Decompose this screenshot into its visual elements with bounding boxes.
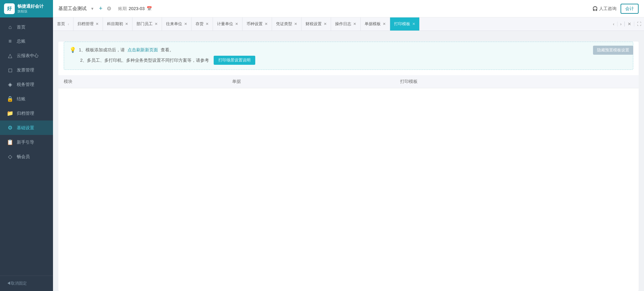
topbar-right: 🎧 人工咨询 会计 [592, 4, 639, 14]
tab-units-label: 计量单位 [217, 21, 233, 27]
invoice-icon: ◻ [7, 67, 13, 73]
reports-icon: △ [7, 52, 13, 59]
sidebar-item-home-label: 首页 [17, 24, 25, 30]
sidebar-item-settings-label: 基础设置 [17, 125, 34, 131]
tab-close-all-button[interactable]: ✕ [625, 21, 634, 27]
support-button[interactable]: 🎧 人工咨询 [592, 6, 616, 12]
tab-units-close-icon[interactable]: ✕ [235, 22, 238, 26]
info-line1-suffix: 查看。 [161, 47, 174, 53]
tab-department-label: 部门员工 [137, 21, 153, 27]
tax-icon: ◈ [7, 81, 13, 88]
tab-oplog-close-icon[interactable]: ✕ [353, 22, 356, 26]
sidebar-item-home[interactable]: ⌂ 首页 [0, 20, 53, 34]
tab-currency[interactable]: 币种设置 ✕ [243, 17, 272, 31]
col-template: 打印模板 [395, 75, 639, 88]
tab-print-template-label: 打印模板 [394, 21, 410, 27]
tabs-nav-controls: ‹ › ✕ ⛶ [610, 21, 644, 27]
tab-voucher[interactable]: 凭证类型 ✕ [272, 17, 302, 31]
sidebar-item-archive-label: 归档管理 [17, 110, 34, 116]
period-label: 账期 [118, 6, 127, 12]
hide-template-button[interactable]: 隐藏预置模板设置 [593, 46, 633, 55]
info-row-1: 💡 1、模板添加成功后，请 点击刷新新页面 查看。 [69, 47, 628, 53]
tab-oplog[interactable]: 操作日志 ✕ [331, 17, 361, 31]
main-area: 基层工会测试 ▾ + ⚙ 账期 2023-03 📅 🎧 人工咨询 会计 首页 ‹… [53, 0, 644, 291]
sidebar-item-archive[interactable]: 📁 归档管理 [0, 106, 53, 120]
app-logo: 好 畅捷通好会计 旗舰版 [0, 0, 53, 17]
tab-inventory[interactable]: 存货 ✕ [192, 17, 213, 31]
tab-currency-label: 币种设置 [247, 21, 263, 27]
sidebar-item-tax[interactable]: ◈ 税务管理 [0, 77, 53, 92]
support-label: 人工咨询 [599, 6, 616, 12]
tab-subjects-close-icon[interactable]: ✕ [125, 22, 128, 26]
tab-voucher-template-close-icon[interactable]: ✕ [383, 22, 386, 26]
tab-next-button[interactable]: › [618, 21, 625, 27]
period-value: 2023-03 [129, 6, 145, 11]
tab-units[interactable]: 计量单位 ✕ [213, 17, 243, 31]
tab-voucher-close-icon[interactable]: ✕ [294, 22, 297, 26]
sidebar-item-settings[interactable]: ⚙ 基础设置 [0, 120, 53, 135]
topbar: 基层工会测试 ▾ + ⚙ 账期 2023-03 📅 🎧 人工咨询 会计 [53, 0, 644, 17]
sidebar-item-reports-label: 云报表中心 [17, 53, 39, 59]
account-button[interactable]: 会计 [621, 4, 639, 14]
logo-icon: 好 [4, 3, 15, 14]
sidebar-nav: ⌂ 首页 ≡ 总账 △ 云报表中心 ◻ 发票管理 ◈ 税务管理 🔒 结账 📁 归… [0, 17, 53, 276]
add-tab-icon[interactable]: + [99, 5, 103, 12]
tab-print-template-close-icon[interactable]: ✕ [412, 22, 415, 26]
tab-expand-button[interactable]: ⛶ [634, 21, 644, 27]
tab-archive[interactable]: 归档管理 ✕ [73, 17, 103, 31]
table-header-row: 模块 单据 打印模板 [58, 75, 639, 88]
tab-inventory-close-icon[interactable]: ✕ [206, 22, 209, 26]
sidebar-item-reports[interactable]: △ 云报表中心 [0, 48, 53, 63]
bulb-icon: 💡 [69, 47, 76, 53]
sidebar-item-ledger[interactable]: ≡ 总账 [0, 34, 53, 48]
sidebar-item-invoice-label: 发票管理 [17, 67, 34, 73]
settings-gear-icon[interactable]: ⚙ [107, 5, 111, 12]
tab-taxsettings-close-icon[interactable]: ✕ [324, 22, 327, 26]
company-name: 基层工会测试 [58, 6, 87, 12]
tab-voucher-template[interactable]: 单据模板 ✕ [361, 17, 390, 31]
tab-taxsettings[interactable]: 财税设置 ✕ [302, 17, 331, 31]
content-area: 隐藏预置模板设置 💡 1、模板添加成功后，请 点击刷新新页面 查看。 2、多员工… [53, 31, 644, 291]
period-info: 账期 2023-03 📅 [118, 6, 152, 12]
tab-subjects-label: 科目期初 [107, 21, 123, 27]
calendar-icon[interactable]: 📅 [147, 6, 152, 11]
sidebar-item-tax-label: 税务管理 [17, 82, 34, 88]
sidebar-item-ledger-label: 总账 [17, 38, 25, 44]
logo-subtitle: 旗舰版 [17, 9, 44, 14]
refresh-link[interactable]: 点击刷新新页面 [127, 47, 158, 53]
headset-icon: 🎧 [592, 6, 598, 11]
tab-voucher-template-label: 单据模板 [365, 21, 381, 27]
ledger-icon: ≡ [7, 38, 13, 44]
tab-currency-close-icon[interactable]: ✕ [265, 22, 268, 26]
tab-archive-close-icon[interactable]: ✕ [96, 22, 99, 26]
sidebar-footer-label: ◀︎取消固定 [7, 281, 27, 286]
tab-department[interactable]: 部门员工 ✕ [132, 17, 162, 31]
print-template-table: 模块 单据 打印模板 [58, 75, 639, 88]
settings-icon: ⚙ [7, 125, 13, 131]
sidebar-item-member[interactable]: ◇ 畅会员 [0, 149, 53, 164]
tab-home[interactable]: 首页 ‹ [53, 17, 73, 31]
tab-customers[interactable]: 往来单位 ✕ [162, 17, 192, 31]
member-icon: ◇ [7, 153, 13, 160]
company-dropdown-icon[interactable]: ▾ [91, 6, 94, 11]
tabs-bar: 首页 ‹ 归档管理 ✕ 科目期初 ✕ 部门员工 ✕ 往来单位 ✕ 存货 ✕ 计量… [53, 17, 644, 31]
archive-icon: 📁 [7, 110, 13, 116]
tab-prev-button[interactable]: ‹ [610, 21, 617, 27]
sidebar-item-guide[interactable]: 📋 新手引导 [0, 135, 53, 149]
sidebar-item-invoice[interactable]: ◻ 发票管理 [0, 63, 53, 77]
tab-customers-close-icon[interactable]: ✕ [184, 22, 187, 26]
sidebar-unpin[interactable]: ◀︎取消固定 [0, 276, 53, 291]
tab-print-template[interactable]: 打印模板 ✕ [390, 17, 420, 31]
tab-archive-label: 归档管理 [77, 21, 94, 27]
sidebar-item-closing[interactable]: 🔒 结账 [0, 92, 53, 106]
logo-title: 畅捷通好会计 [17, 4, 44, 9]
tab-home-arrow: ‹ [68, 22, 69, 27]
info-line2-prefix: 2、多员工、多打印机、多种业务类型设置不同打印方案等，请参考 [80, 57, 209, 63]
tab-subjects[interactable]: 科目期初 ✕ [103, 17, 132, 31]
sidebar-item-closing-label: 结账 [17, 96, 25, 102]
print-scene-button[interactable]: 打印场景设置说明 [214, 56, 255, 65]
tab-taxsettings-label: 财税设置 [306, 21, 322, 27]
tab-customers-label: 往来单位 [166, 21, 182, 27]
col-module: 模块 [58, 75, 227, 88]
tab-department-close-icon[interactable]: ✕ [155, 22, 158, 26]
